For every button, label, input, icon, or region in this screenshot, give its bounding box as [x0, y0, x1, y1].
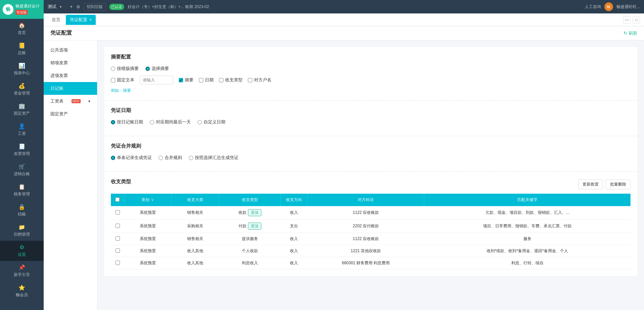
counterparty-checkbox[interactable]: 对方户名	[248, 77, 271, 83]
sidebar-item-tax[interactable]: 📋税务管理	[0, 180, 44, 200]
income-type-table: 类别 ∨ 收支大类 收支类型 收支方向 对方科目 匹配关键字 系统预置 销售相关…	[111, 194, 631, 269]
reset-button[interactable]: 置顶	[248, 223, 261, 230]
sidebar-item-invoice[interactable]: 🧾发票管理	[0, 140, 44, 160]
sidebar-item-ledger[interactable]: 📒总账	[0, 39, 44, 59]
invoice-icon: 🧾	[18, 143, 25, 150]
sidebar-item-closing[interactable]: 🔒结账	[0, 200, 44, 221]
col-type: 收支类型	[219, 194, 281, 206]
income-type-section: 收支类型 更新救置 批量删除 类别 ∨ 收支大类 收支类型	[104, 172, 637, 276]
settings-icon: ⚙	[19, 244, 24, 250]
table-actions: 更新救置 批量删除	[578, 180, 631, 189]
summary-checkbox[interactable]: 摘要	[179, 77, 194, 83]
row-type: 提供服务	[219, 233, 281, 245]
topbar-settings-icon[interactable]: ⚙	[76, 4, 80, 9]
row-type: 个人收款	[219, 245, 281, 257]
row-major: 收入其他	[171, 245, 219, 257]
maximize-btn[interactable]: □	[633, 16, 640, 24]
row-checkbox[interactable]	[116, 210, 120, 215]
tab-voucher-config[interactable]: 凭证配置 ×	[66, 15, 96, 25]
closing-icon: 🔒	[18, 204, 25, 210]
topbar-add-button[interactable]: +	[70, 4, 73, 10]
update-button[interactable]: 更新救置	[578, 180, 603, 189]
sidebar-item-salary[interactable]: 👤工资	[0, 120, 44, 140]
reset-button[interactable]: 置顶	[248, 209, 261, 216]
user-avatar: 畅	[604, 2, 613, 11]
row-keywords: 服务	[424, 233, 631, 245]
col-keywords: 匹配关键字	[424, 194, 631, 206]
row-account: 2202 应付账款	[307, 220, 424, 233]
row-direction: 收入	[281, 206, 307, 220]
col-account: 对方科目	[307, 194, 424, 206]
content-wrapper: 首页 凭证配置 × — □ 凭证配置 ↻ 刷新 公共选项销项发票进项发票日记账工…	[44, 13, 644, 310]
radio-select-summary[interactable]: 选择摘要	[145, 66, 169, 72]
merge-radio-group: 单条记录生成凭证 合并规则 按照选择汇总生成凭证	[111, 155, 631, 161]
tab-close-icon[interactable]: ×	[89, 17, 92, 22]
merge-section: 凭证合并规则 单条记录生成凭证 合并规则 按照选择汇总生成凭证	[104, 136, 637, 172]
radio-journal-date[interactable]: 按日记账日期	[111, 119, 143, 125]
left-nav-purchase_invoice[interactable]: 进项发票	[44, 69, 97, 82]
row-major: 采购相关	[171, 220, 219, 233]
radio-custom-date[interactable]: 自定义日期	[198, 119, 225, 125]
member-icon: ⭐	[18, 284, 25, 291]
main-area: 测试 ▾ | + ⚙ 切到旧版 已认证 好会计（专）+好生意（标）+... 账期…	[44, 0, 644, 310]
minimize-btn[interactable]: —	[623, 16, 631, 24]
row-checkbox[interactable]	[116, 248, 120, 253]
fixed-text-input[interactable]	[140, 76, 173, 84]
sidebar-item-archive[interactable]: 📁归档管理	[0, 221, 44, 241]
funds-icon: 💰	[18, 83, 25, 89]
username: 畅捷通旺旺...	[616, 4, 640, 10]
row-direction: 支出	[281, 220, 307, 233]
income-type-title: 收支类型	[111, 179, 131, 185]
row-checkbox[interactable]	[116, 224, 120, 228]
table-row: 系统预置 收入其他 个人收款 收入 1221 其他应收款 收到*借款、收到*备用…	[111, 245, 631, 257]
sidebar-item-guide[interactable]: 📌新手引导	[0, 261, 44, 281]
radio-merge-rule[interactable]: 合并规则	[159, 155, 182, 161]
left-nav-sales_invoice[interactable]: 销项发票	[44, 56, 97, 69]
refresh-button[interactable]: ↻ 刷新	[624, 30, 637, 36]
row-keywords: 项目、日常费用、报销款、车费、承兑汇票、付款	[424, 220, 631, 233]
table-row: 系统预置 销售相关 提供服务 收入 1122 应收账款 服务	[111, 233, 631, 245]
date-radio-group: 按日记账日期 对应期间最后一天 自定义日期	[111, 119, 631, 125]
row-checkbox[interactable]	[116, 236, 120, 241]
sidebar-item-report[interactable]: 📊报表中心	[0, 59, 44, 79]
left-nav-salary_table[interactable]: 工资表 NEW ▾	[44, 95, 97, 108]
batch-delete-button[interactable]: 批量删除	[606, 180, 631, 189]
row-category: 系统预置	[124, 206, 171, 220]
topbar-dropdown-icon[interactable]: ▾	[60, 5, 62, 9]
fixed-text-checkbox[interactable]: 固定文本	[111, 77, 134, 83]
sidebar-item-settings[interactable]: ⚙设置	[0, 241, 44, 261]
sidebar-item-home[interactable]: 🏠首页	[0, 19, 44, 39]
support-link[interactable]: 人工咨询	[585, 4, 601, 10]
row-account: 660301 财务费用 利息费用	[307, 257, 424, 269]
sidebar-item-assets[interactable]: 🏢固定资产	[0, 100, 44, 120]
topbar-right: 人工咨询 畅 畅捷通旺旺...	[585, 2, 640, 11]
sidebar-item-member[interactable]: ⭐畅会员	[0, 281, 44, 301]
left-nav-fixed_assets[interactable]: 固定资产	[44, 108, 97, 120]
logo-text: 畅捷通好会计 专业版	[15, 4, 40, 15]
date-checkbox[interactable]: 日期	[199, 77, 214, 83]
row-category: 系统预置	[124, 257, 171, 269]
purchase-icon: 🛒	[18, 163, 25, 170]
radio-single[interactable]: 单条记录生成凭证	[111, 155, 152, 161]
sidebar: 畅 畅捷通好会计 专业版 🏠首页📒总账📊报表中心💰资金管理🏢固定资产👤工资🧾发票…	[0, 0, 44, 310]
row-category: 系统预置	[124, 245, 171, 257]
left-nav-journal[interactable]: 日记账	[44, 82, 97, 95]
radio-template[interactable]: 按模版摘要	[111, 66, 139, 72]
radio-period-last[interactable]: 对应期间最后一天	[150, 119, 191, 125]
switch-version-button[interactable]: 切到旧版	[84, 3, 106, 11]
sidebar-item-funds[interactable]: 💰资金管理	[0, 79, 44, 100]
summary-section: 摘要配置 按模版摘要 选择摘要	[104, 47, 637, 101]
tab-home[interactable]: 首页	[48, 15, 65, 25]
left-nav-public[interactable]: 公共选项	[44, 44, 97, 56]
home-icon: 🏠	[18, 22, 25, 29]
sidebar-item-purchase[interactable]: 🛒进销台账	[0, 160, 44, 180]
income-type-checkbox[interactable]: 收支类型	[219, 77, 243, 83]
row-checkbox[interactable]	[116, 261, 120, 265]
table-row: 系统预置 销售相关 收款 置顶 收入 1122 应收账款 欠款、现金、项目款、到…	[111, 206, 631, 220]
guide-icon: 📌	[18, 264, 25, 271]
row-category: 系统预置	[124, 233, 171, 245]
row-type: 利息收入	[219, 257, 281, 269]
radio-select-total[interactable]: 按照选择汇总生成凭证	[189, 155, 239, 161]
select-all-checkbox[interactable]	[115, 197, 120, 202]
row-account: 1122 应收账款	[307, 233, 424, 245]
